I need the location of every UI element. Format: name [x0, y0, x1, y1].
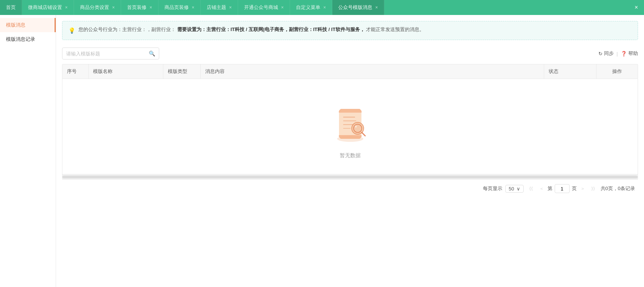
col-header-status: 状态 [544, 64, 597, 79]
sync-label: 同步 [604, 50, 614, 57]
page-label-prefix: 第 [548, 185, 552, 192]
tab-shop-theme-close[interactable]: × [229, 5, 232, 10]
search-icon[interactable]: 🔍 [149, 51, 155, 57]
sidebar-item-template-msg-label: 模版消息 [6, 22, 25, 28]
svg-line-7 [362, 132, 365, 136]
col-header-action: 操作 [597, 64, 638, 79]
table-scrollbar[interactable] [62, 174, 638, 179]
tab-home-decor[interactable]: 首页装修 × [121, 0, 158, 15]
tab-home-label: 首页 [6, 4, 16, 11]
per-page-label: 每页显示 [483, 185, 502, 192]
tab-wsc-settings-close[interactable]: × [65, 5, 68, 10]
first-page-button[interactable]: ⟨⟨ [527, 184, 536, 193]
content-area: 💡 您的公众号行业为：主营行业：，副营行业： 需要设置为：主营行业：IT科技 /… [56, 15, 644, 287]
sidebar: 模版消息 模版消息记录 [0, 15, 56, 287]
toolbar-right: ↻ 同步 | ❓ 帮助 [598, 50, 638, 57]
page-label-suffix: 页 [572, 185, 577, 192]
tab-template-msg[interactable]: 公众号模版消息 × [332, 0, 384, 15]
tab-shop-theme-label: 店铺主题 [207, 4, 226, 11]
tab-custom-menu-label: 自定义菜单 [296, 4, 320, 11]
empty-illustration [328, 101, 373, 146]
tab-open-mall-close[interactable]: × [281, 5, 284, 10]
tab-product-decor[interactable]: 商品页装修 × [158, 0, 201, 15]
prev-page-button[interactable]: ＜ [537, 184, 546, 193]
last-page-button[interactable]: ⟩⟩ [589, 184, 598, 193]
table-header: 序号 模版名称 模版类型 消息内容 状态 操作 [62, 64, 638, 79]
global-close-button[interactable]: × [629, 4, 644, 11]
total-info: 共0页，0条记录 [601, 185, 635, 192]
sidebar-item-template-msg[interactable]: 模版消息 [0, 18, 56, 32]
col-header-content: 消息内容 [201, 64, 544, 79]
tab-custom-menu-close[interactable]: × [323, 5, 326, 10]
sidebar-item-template-msg-record-label: 模版消息记录 [6, 36, 35, 43]
per-page-value: 50 [509, 186, 514, 192]
col-header-type: 模版类型 [163, 64, 201, 79]
table: 序号 模版名称 模版类型 消息内容 状态 操作 [62, 64, 638, 180]
tab-home-decor-label: 首页装修 [127, 4, 147, 11]
tab-wsc-settings-label: 微商城店铺设置 [28, 4, 62, 11]
notice-suffix: 才能正常发送预置的消息。 [366, 27, 424, 32]
sync-icon: ↻ [598, 51, 603, 57]
tab-shop-theme[interactable]: 店铺主题 × [201, 0, 238, 15]
top-nav: 首页 微商城店铺设置 × 商品分类设置 × 首页装修 × 商品页装修 × 店铺主… [0, 0, 644, 15]
help-button[interactable]: ❓ 帮助 [621, 50, 638, 57]
next-page-button[interactable]: ＞ [578, 184, 587, 193]
search-input[interactable] [66, 51, 149, 57]
tab-template-msg-label: 公众号模版消息 [338, 4, 372, 11]
svg-point-8 [355, 125, 357, 128]
tab-wsc-settings[interactable]: 微商城店铺设置 × [22, 0, 74, 15]
page-input: 第 页 [548, 184, 577, 193]
help-icon: ❓ [621, 51, 627, 57]
tab-template-msg-close[interactable]: × [375, 5, 378, 10]
empty-state: 暂无数据 [62, 79, 638, 174]
notice-box: 💡 您的公众号行业为：主营行业：，副营行业： 需要设置为：主营行业：IT科技 /… [62, 21, 638, 40]
light-icon: 💡 [68, 26, 76, 35]
col-header-seq: 序号 [62, 64, 89, 79]
notice-text: 您的公众号行业为：主营行业：，副营行业： 需要设置为：主营行业：IT科技 / 互… [78, 26, 424, 34]
per-page-select[interactable]: 50 ∨ [505, 185, 523, 193]
page-number-input[interactable] [555, 184, 570, 193]
tab-open-mall-label: 开通公众号商城 [244, 4, 278, 11]
sync-button[interactable]: ↻ 同步 [598, 50, 614, 57]
notice-prefix: 您的公众号行业为：主营行业：，副营行业： [78, 27, 176, 32]
toolbar-divider: | [617, 51, 618, 57]
tab-product-decor-close[interactable]: × [192, 5, 194, 10]
tab-custom-menu[interactable]: 自定义菜单 × [290, 0, 332, 15]
tab-home-decor-close[interactable]: × [150, 5, 152, 10]
sidebar-item-template-msg-record[interactable]: 模版消息记录 [0, 32, 56, 46]
tab-category-settings[interactable]: 商品分类设置 × [74, 0, 121, 15]
col-header-name: 模版名称 [89, 64, 163, 79]
pagination: 每页显示 50 ∨ ⟨⟨ ＜ 第 页 ＞ ⟩⟩ 共0页，0条记录 [62, 180, 638, 195]
search-bar: 🔍 ↻ 同步 | ❓ 帮助 [62, 48, 638, 59]
tab-home[interactable]: 首页 [0, 0, 22, 15]
tab-category-settings-label: 商品分类设置 [80, 4, 109, 11]
scrollbar-track [62, 175, 638, 178]
page-nav: ⟨⟨ ＜ 第 页 ＞ ⟩⟩ [527, 184, 598, 193]
help-label: 帮助 [628, 50, 638, 57]
main-layout: 模版消息 模版消息记录 💡 您的公众号行业为：主营行业：，副营行业： 需要设置为… [0, 15, 644, 287]
search-input-wrap[interactable]: 🔍 [62, 48, 159, 59]
notice-highlight: 需要设置为：主营行业：IT科技 / 互联网|电子商务，副营行业：IT科技 / I… [177, 27, 365, 32]
tab-open-mall[interactable]: 开通公众号商城 × [238, 0, 290, 15]
tab-category-settings-close[interactable]: × [112, 5, 115, 10]
tab-product-decor-label: 商品页装修 [164, 4, 189, 11]
per-page-chevron-icon: ∨ [517, 186, 520, 192]
empty-text: 暂无数据 [340, 152, 361, 159]
